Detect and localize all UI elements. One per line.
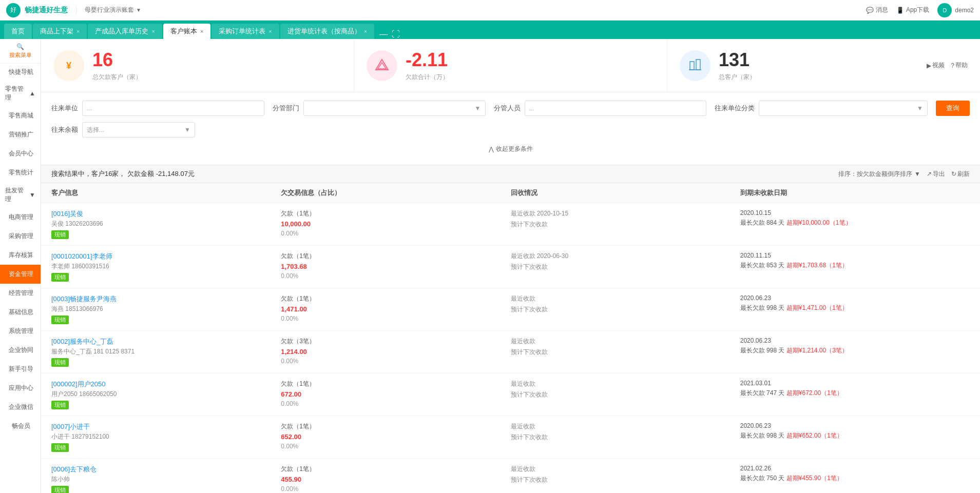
help-btn[interactable]: ? 帮助 [951, 61, 968, 70]
sidebar-item-collab[interactable]: 企业协同 [0, 341, 41, 360]
tab-products[interactable]: 商品上下架 × [33, 24, 87, 39]
sidebar-item-wechat[interactable]: 企业微信 [0, 398, 41, 417]
tab-inventory[interactable]: 进货单统计表（按商品） × [280, 24, 374, 39]
operations-label: 经营管理 [9, 289, 33, 297]
next-collection-1: 预计下次收款 [511, 263, 740, 271]
sidebar-search[interactable]: 🔍 搜索菜单 [0, 39, 41, 64]
stat-customers-info: 131 总客户（家） [719, 49, 756, 82]
collection-cell-4: 最近收款 预计下次收款 [511, 380, 740, 399]
results-actions: 排序：按欠款金额倒序排序 ▼ ↗ 导出 ↻ 刷新 [838, 170, 970, 179]
tab-production[interactable]: 产成品入库单历史 × [88, 24, 162, 39]
sidebar-item-purchase[interactable]: 采购管理 [0, 227, 41, 246]
sort-select[interactable]: 排序：按欠款金额倒序排序 ▼ [838, 170, 920, 179]
tab-production-close[interactable]: × [151, 28, 155, 34]
tab-products-close[interactable]: × [76, 28, 80, 34]
stat-icon-blue [680, 50, 710, 81]
nav-expand-icon[interactable]: ⛶ [392, 30, 400, 39]
retail-mgmt-label: 零售管理 [5, 85, 29, 102]
customer-name-5[interactable]: [0007]小进干 [51, 422, 281, 431]
sidebar-item-member[interactable]: 会员中心 [0, 144, 41, 163]
app-download-btn[interactable]: 📱 App下载 [896, 6, 929, 14]
debt-cell-6: 欠款（1笔） 455.90 0.00% [281, 465, 510, 492]
app-name: 畅捷通好生意 [25, 6, 68, 15]
tab-inventory-close[interactable]: × [364, 28, 367, 34]
marketing-label: 营销推广 [9, 131, 33, 138]
export-label: 导出 [933, 170, 945, 179]
collapse-btn[interactable]: ⋀ 收起更多条件 [486, 142, 536, 156]
debt-amount-3[interactable]: 1,214.00 [281, 348, 510, 356]
tab-purchase-close[interactable]: × [268, 28, 272, 34]
customer-name-6[interactable]: [0006]去下粮仓 [51, 465, 281, 474]
sidebar-item-basic-info[interactable]: 基础信息 [0, 303, 41, 322]
debt-amount-4[interactable]: 672.00 [281, 390, 510, 398]
debt-amount-6[interactable]: 455.90 [281, 476, 510, 483]
customer-name-3[interactable]: [0002]服务中心_丁磊 [51, 337, 281, 346]
sidebar: 🔍 搜索菜单 快捷导航 零售管理 ▲ 零售商城 营销推广 会员中心 零售统计 批… [0, 39, 41, 493]
debt-percent-6: 0.00% [281, 485, 510, 492]
sidebar-item-marketing[interactable]: 营销推广 [0, 125, 41, 144]
overdue-amount-1[interactable]: 超期¥1,703.68（1笔） [786, 262, 848, 269]
filter-input-person[interactable]: ... [525, 101, 707, 116]
overdue-amount-3[interactable]: 超期¥1,214.00（3笔） [786, 347, 848, 354]
sidebar-item-retail-mall[interactable]: 零售商城 [0, 106, 41, 125]
overdue-amount-6[interactable]: 超期¥455.90（1笔） [786, 475, 843, 482]
collection-cell-5: 最近收款 预计下次收款 [511, 422, 740, 442]
search-button[interactable]: 查询 [936, 101, 970, 116]
user-area[interactable]: D demo2 [937, 3, 974, 17]
customer-tag-0: 现销 [51, 230, 69, 239]
customer-name-4[interactable]: [000002]用户2050 [51, 380, 281, 389]
overdue-amount-2[interactable]: 超期¥1,471.00（1笔） [786, 304, 848, 311]
guide-label: 新手引导 [9, 365, 33, 372]
sidebar-item-finance[interactable]: 资金管理 [0, 265, 41, 284]
tab-customer-close[interactable]: × [200, 28, 203, 34]
nav-collapse-icon[interactable]: — [379, 30, 388, 39]
overdue-amount-5[interactable]: 超期¥652.00（1笔） [786, 432, 843, 439]
sidebar-item-apps[interactable]: 应用中心 [0, 379, 41, 398]
collection-cell-1: 最近收款 2020-06-30 预计下次收款 [511, 252, 740, 271]
sidebar-item-inventory[interactable]: 库存核算 [0, 246, 41, 265]
sidebar-item-retail-stats[interactable]: 零售统计 [0, 163, 41, 182]
filter-select-category[interactable]: ▼ [759, 101, 928, 116]
filter-label-category: 往来单位分类 [715, 104, 755, 113]
filter-select-balance[interactable]: 选择... ▼ [82, 122, 195, 137]
last-collection-3: 最近收款 [511, 337, 740, 346]
customer-name-0[interactable]: [0016]吴俊 [51, 209, 281, 219]
stat-debt-label: 总欠款客户（家） [92, 73, 142, 82]
filter-item-balance: 往来余额 选择... ▼ [51, 122, 195, 137]
sidebar-item-system[interactable]: 系统管理 [0, 322, 41, 341]
sidebar-item-operations[interactable]: 经营管理 [0, 284, 41, 303]
sidebar-item-wholesale[interactable]: 批发管理 ▼ [0, 182, 41, 208]
video-btn[interactable]: ▶ 视频 [927, 61, 945, 70]
filter-select-dept[interactable]: ▼ [303, 101, 486, 116]
customer-name-2[interactable]: [0003]畅捷服务尹海燕 [51, 294, 281, 304]
filter-input-supplier[interactable]: ... [82, 101, 264, 116]
tab-home[interactable]: 首页 [4, 24, 32, 39]
quick-nav-label: 快捷导航 [9, 68, 33, 75]
sidebar-item-quick-nav[interactable]: 快捷导航 [0, 64, 41, 81]
message-btn[interactable]: 💬 消息 [866, 6, 888, 14]
overdue-days-0: 最长欠款 884 天 超期¥10,000.00（1笔） [740, 219, 970, 227]
filter-area: 往来单位 ... 分管部门 ▼ 分管人员 ... [41, 92, 980, 165]
tab-purchase[interactable]: 采购订单统计表 × [212, 24, 279, 39]
sidebar-item-retail-mgmt[interactable]: 零售管理 ▲ [0, 81, 41, 106]
logo-icon: 好 [6, 3, 21, 17]
sidebar-item-member2[interactable]: 畅会员 [0, 417, 41, 436]
table-row: [0001020001]李老师 李老师 18600391516 现销 欠款（1笔… [41, 246, 980, 288]
avatar: D [937, 3, 952, 17]
sidebar-item-ecommerce[interactable]: 电商管理 [0, 208, 41, 227]
tab-customer-account[interactable]: 客户账本 × [163, 24, 210, 39]
sidebar-item-guide[interactable]: 新手引导 [0, 360, 41, 379]
customer-name-1[interactable]: [0001020001]李老师 [51, 252, 281, 261]
company-selector[interactable]: 母婴行业演示账套 ▼ [85, 6, 141, 14]
overdue-amount-0[interactable]: 超期¥10,000.00（1笔） [786, 219, 852, 226]
export-btn[interactable]: ↗ 导出 [927, 170, 945, 179]
nav-right-icons: — ⛶ [375, 30, 404, 39]
debt-amount-1[interactable]: 1,703.68 [281, 263, 510, 270]
debt-amount-5[interactable]: 652.00 [281, 433, 510, 441]
debt-percent-4: 0.00% [281, 400, 510, 407]
debt-amount-2[interactable]: 1,471.00 [281, 305, 510, 313]
customer-tag-2: 现销 [51, 315, 69, 324]
refresh-btn[interactable]: ↻ 刷新 [951, 170, 970, 179]
overdue-amount-4[interactable]: 超期¥672.00（1笔） [786, 389, 843, 397]
debt-amount-0[interactable]: 10,000.00 [281, 220, 510, 228]
